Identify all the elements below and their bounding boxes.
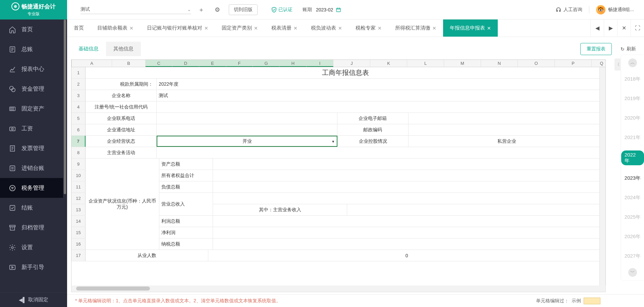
- tabs-close[interactable]: ✕: [617, 19, 631, 37]
- tabs-scroll-right[interactable]: ▶: [604, 19, 617, 37]
- cell[interactable]: [213, 227, 605, 238]
- tab[interactable]: 所得税汇算清缴✕: [388, 19, 443, 37]
- row-number[interactable]: 13: [71, 204, 86, 215]
- cell[interactable]: 测试: [157, 90, 605, 101]
- row-number[interactable]: 5: [71, 113, 86, 124]
- col-header[interactable]: Q: [592, 60, 606, 67]
- verified-badge[interactable]: 已认证: [271, 7, 292, 13]
- col-header[interactable]: O: [518, 60, 555, 67]
- unpin-sidebar-button[interactable]: ◀▌ 取消固定: [0, 292, 67, 307]
- nav-item-gear[interactable]: 设置: [0, 237, 63, 257]
- col-header[interactable]: H: [280, 60, 307, 67]
- tab-close-icon[interactable]: ✕: [129, 26, 133, 31]
- row-number[interactable]: 7: [71, 136, 86, 147]
- cell[interactable]: [157, 101, 605, 113]
- col-header[interactable]: K: [370, 60, 407, 67]
- col-header[interactable]: M: [444, 60, 481, 67]
- row-number[interactable]: 4: [71, 101, 86, 113]
- col-header[interactable]: F: [226, 60, 253, 67]
- col-header[interactable]: C: [146, 60, 172, 67]
- cell[interactable]: [347, 204, 605, 215]
- row-number[interactable]: 16: [71, 238, 86, 250]
- row-number[interactable]: 2: [71, 79, 86, 90]
- user-menu[interactable]: 🐯 畅捷通B组...: [596, 5, 634, 14]
- row-number[interactable]: 8: [71, 147, 86, 158]
- cell[interactable]: [213, 181, 605, 192]
- nav-item-home[interactable]: 首页: [0, 19, 63, 39]
- tab-close-icon[interactable]: ✕: [432, 26, 436, 31]
- grid-hscroll[interactable]: [71, 286, 606, 292]
- tab[interactable]: 固定资产类别✕: [215, 19, 265, 37]
- tab[interactable]: 日记账与银行对账单核对✕: [140, 19, 215, 37]
- year-item[interactable]: 2023年: [625, 172, 641, 185]
- nav-item-salary[interactable]: 工资: [0, 119, 63, 138]
- cell[interactable]: [213, 193, 605, 204]
- sheet-tab[interactable]: 其他信息: [106, 42, 141, 56]
- tab[interactable]: 税表清册✕: [265, 19, 304, 37]
- sheet-tab[interactable]: 基础信息: [71, 42, 106, 56]
- row-number[interactable]: 14: [71, 216, 86, 227]
- nav-item-money[interactable]: 资金管理: [0, 79, 63, 99]
- tabs-expand[interactable]: ⛶: [631, 19, 644, 37]
- col-header[interactable]: J: [333, 60, 370, 67]
- col-header[interactable]: E: [199, 60, 226, 67]
- col-header[interactable]: D: [172, 60, 199, 67]
- tab-close-icon[interactable]: ✕: [378, 26, 382, 31]
- nav-item-invoice[interactable]: 发票管理: [0, 138, 63, 158]
- tab-close-icon[interactable]: ✕: [293, 26, 298, 31]
- tabs-scroll-left[interactable]: ◀: [590, 19, 604, 37]
- dropdown-icon[interactable]: ▼: [331, 139, 335, 143]
- nav-item-ledger[interactable]: 总账: [0, 39, 63, 59]
- switch-old-version-button[interactable]: 切到旧版: [229, 4, 258, 15]
- cell[interactable]: [409, 113, 605, 124]
- year-scroll-up[interactable]: ︿: [628, 58, 637, 67]
- cell[interactable]: [157, 113, 337, 124]
- cell[interactable]: [213, 238, 605, 250]
- tab-close-icon[interactable]: ✕: [487, 26, 491, 31]
- cell[interactable]: [213, 159, 605, 170]
- tab[interactable]: 税负波动表✕: [304, 19, 349, 37]
- row-number[interactable]: 17: [71, 250, 86, 261]
- hscroll-thumb[interactable]: [76, 287, 150, 291]
- tab[interactable]: 首页: [67, 19, 91, 37]
- cell[interactable]: [157, 124, 337, 135]
- col-header[interactable]: B: [112, 60, 146, 67]
- tab[interactable]: 税检专家✕: [349, 19, 388, 37]
- cell[interactable]: 0: [208, 250, 605, 261]
- cell[interactable]: [213, 216, 605, 227]
- row-number[interactable]: 1: [71, 67, 86, 78]
- sidebar-scrollbar[interactable]: [64, 19, 66, 294]
- year-strip-collapse[interactable]: 《: [614, 58, 621, 71]
- row-number[interactable]: 9: [71, 159, 86, 170]
- consult-button[interactable]: 人工咨询: [555, 7, 582, 13]
- spreadsheet[interactable]: ABCDEFGHIJKLMNOPQ 1工商年报信息表2税款所属期间：2022年度…: [71, 59, 606, 286]
- refresh-button[interactable]: ↻ 刷新: [621, 46, 636, 52]
- cell[interactable]: [409, 124, 605, 135]
- tab-close-icon[interactable]: ✕: [204, 26, 208, 31]
- row-number[interactable]: 11: [71, 181, 86, 192]
- nav-item-guide[interactable]: 新手引导: [0, 257, 63, 277]
- tab[interactable]: 年报信息申报表✕: [443, 19, 498, 37]
- nav-item-psi[interactable]: 进销台账: [0, 158, 63, 178]
- period-value[interactable]: 2022年度: [157, 79, 605, 90]
- nav-item-close[interactable]: 结账: [0, 198, 63, 218]
- grid-vscroll[interactable]: [599, 67, 605, 286]
- add-button[interactable]: ＋: [195, 4, 207, 16]
- nav-item-tax[interactable]: 税务管理: [0, 178, 63, 198]
- cell[interactable]: [157, 147, 605, 158]
- active-cell-dropdown[interactable]: 开业▼: [157, 136, 337, 147]
- cell[interactable]: 私营企业: [409, 136, 605, 147]
- nav-item-chart[interactable]: 报表中心: [0, 59, 63, 79]
- row-number[interactable]: 10: [71, 170, 86, 181]
- row-number[interactable]: 3: [71, 90, 86, 101]
- col-header[interactable]: A: [72, 60, 112, 67]
- col-header[interactable]: I: [307, 60, 333, 67]
- col-header[interactable]: L: [407, 60, 444, 67]
- sidebar-scroll-thumb[interactable]: [64, 19, 66, 194]
- col-header[interactable]: N: [481, 60, 518, 67]
- nav-item-archive[interactable]: 归档管理: [0, 218, 63, 237]
- tab-close-icon[interactable]: ✕: [338, 26, 342, 31]
- row-number[interactable]: 15: [71, 227, 86, 238]
- tab[interactable]: 目辅助余额表✕: [91, 19, 140, 37]
- col-header[interactable]: G: [253, 60, 280, 67]
